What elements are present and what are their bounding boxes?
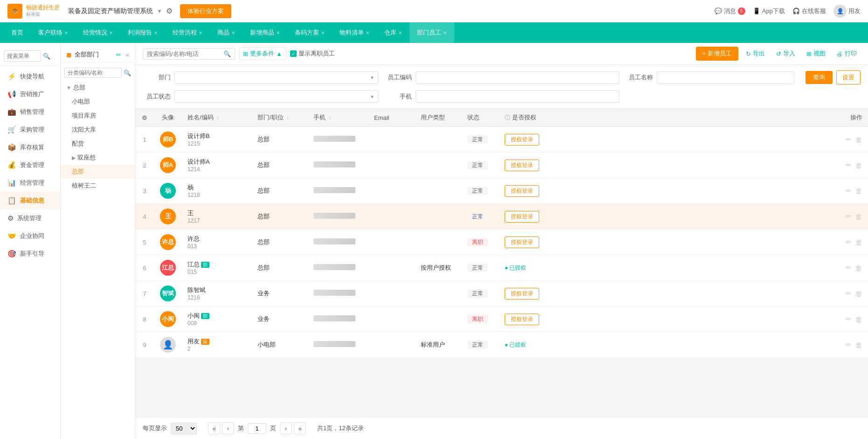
- tree-node-peihuo[interactable]: 配货: [61, 137, 135, 151]
- settings-icon[interactable]: ⚙: [142, 114, 147, 121]
- close-icon[interactable]: ✕: [366, 30, 369, 35]
- dept-search-input[interactable]: [64, 68, 122, 78]
- delete-icon[interactable]: 🗑: [855, 238, 862, 246]
- dept-select[interactable]: [174, 71, 378, 84]
- dept-edit-icon[interactable]: ✏: [116, 51, 121, 58]
- prev-page-button[interactable]: ‹: [222, 422, 234, 434]
- edit-icon[interactable]: ✏: [846, 135, 852, 144]
- tab-history[interactable]: 经营历程✕: [165, 22, 210, 43]
- sidebar-item-inventory[interactable]: 📦库存核算: [0, 139, 60, 156]
- delete-icon[interactable]: 🗑: [855, 187, 862, 195]
- close-icon[interactable]: ✕: [398, 30, 402, 35]
- delete-icon[interactable]: 🗑: [855, 213, 862, 221]
- delete-icon[interactable]: 🗑: [855, 341, 862, 349]
- trial-button[interactable]: 体验行业方案: [180, 4, 231, 18]
- dept-collapse-icon[interactable]: «: [126, 51, 129, 58]
- edit-icon[interactable]: ✏: [846, 264, 852, 272]
- tree-node-zhishuwang[interactable]: 植树王二: [61, 179, 135, 193]
- delete-icon[interactable]: 🗑: [855, 315, 862, 323]
- gear-icon[interactable]: ⚙: [166, 7, 173, 15]
- first-page-button[interactable]: «: [208, 422, 220, 434]
- edit-icon[interactable]: ✏: [846, 212, 852, 221]
- tree-node-shenyangdaku[interactable]: 沈阳大库: [61, 123, 135, 137]
- close-icon[interactable]: ✕: [321, 30, 325, 35]
- tree-node-shuangzuoxiang[interactable]: ▶ 双座想: [61, 151, 135, 165]
- tab-add-goods[interactable]: 新增商品✕: [243, 22, 287, 43]
- online-service-button[interactable]: 🎧 在线客服: [792, 7, 826, 15]
- sidebar-item-system[interactable]: ⚙系统管理: [0, 209, 60, 227]
- delete-icon[interactable]: 🗑: [855, 136, 862, 144]
- close-icon[interactable]: ✕: [154, 30, 158, 35]
- next-page-button[interactable]: ›: [280, 422, 292, 434]
- app-download-button[interactable]: 📱 App下载: [753, 7, 785, 15]
- sidebar-item-business[interactable]: 📊经营管理: [0, 174, 60, 192]
- page-number-input[interactable]: [248, 423, 266, 434]
- edit-icon[interactable]: ✏: [846, 289, 852, 298]
- user-menu[interactable]: 👤 用友: [833, 5, 861, 18]
- export-button[interactable]: ↻ 导出: [742, 48, 769, 60]
- close-icon[interactable]: ✕: [231, 30, 235, 35]
- close-icon[interactable]: ✕: [199, 30, 202, 35]
- tab-goods[interactable]: 商品✕: [210, 22, 243, 43]
- sidebar-item-sales[interactable]: 💼销售管理: [0, 103, 60, 121]
- tree-node-zongbu-parent[interactable]: ▼ 总部: [61, 81, 135, 95]
- tab-home[interactable]: 首页: [4, 22, 31, 43]
- close-icon[interactable]: ✕: [443, 30, 447, 35]
- tree-node-xiangmukufang[interactable]: 项目库房: [61, 109, 135, 123]
- tab-customer[interactable]: 客户联络✕: [31, 22, 76, 43]
- print-button[interactable]: 🖨 打印: [833, 48, 861, 60]
- col-phone-header[interactable]: 手机 ↕: [308, 109, 368, 127]
- auth-button[interactable]: 授权登录: [505, 314, 539, 325]
- sidebar-item-quicknav[interactable]: ⚡快捷导航: [0, 68, 60, 85]
- close-icon[interactable]: ✕: [64, 30, 68, 35]
- tab-dept-employee[interactable]: 部门员工✕: [410, 22, 454, 43]
- settings-button[interactable]: 设置: [836, 70, 861, 84]
- show-resign-toggle[interactable]: ✓ 显示离职员工: [290, 49, 335, 58]
- filter-more-button[interactable]: ⊞ 更多条件 ▲: [239, 47, 286, 60]
- emp-name-input[interactable]: [657, 71, 794, 84]
- last-page-button[interactable]: »: [294, 422, 306, 434]
- auth-button[interactable]: 授权登录: [505, 288, 539, 300]
- sidebar-item-basic[interactable]: 📋基础信息: [0, 192, 60, 209]
- delete-icon[interactable]: 🗑: [855, 264, 862, 272]
- tree-node-xiaodiaobu[interactable]: 小电部: [61, 95, 135, 109]
- delete-icon[interactable]: 🗑: [855, 290, 862, 298]
- tab-operation[interactable]: 经营情况✕: [76, 22, 120, 43]
- emp-status-select[interactable]: [174, 90, 378, 103]
- tab-barcode[interactable]: 条码方案✕: [287, 22, 332, 43]
- sidebar-item-marketing[interactable]: 📢营销推广: [0, 85, 60, 103]
- delete-icon[interactable]: 🗑: [855, 161, 862, 169]
- sidebar-item-finance[interactable]: 💰资金管理: [0, 156, 60, 174]
- edit-icon[interactable]: ✏: [846, 187, 852, 195]
- auth-button[interactable]: 授权登录: [505, 160, 539, 171]
- col-dept-header[interactable]: 部门/职位 ↕: [252, 109, 308, 127]
- import-button[interactable]: ↺ 导入: [772, 48, 799, 60]
- col-name-header[interactable]: 姓名/编码 ↕: [182, 109, 252, 127]
- edit-icon[interactable]: ✏: [846, 341, 852, 349]
- sidebar-search-input[interactable]: [4, 50, 41, 62]
- phone-input[interactable]: [416, 90, 619, 103]
- edit-icon[interactable]: ✏: [846, 238, 852, 246]
- message-button[interactable]: 💬 消息 5: [715, 7, 745, 15]
- view-button[interactable]: ⊞ 视图: [803, 48, 829, 60]
- close-icon[interactable]: ✕: [276, 30, 280, 35]
- auth-button[interactable]: 授权登录: [505, 185, 539, 197]
- filter-search-input[interactable]: [147, 50, 222, 57]
- auth-button[interactable]: 授权登录: [505, 134, 539, 146]
- edit-icon[interactable]: ✏: [846, 315, 852, 323]
- auth-button[interactable]: 授权登录: [505, 211, 539, 223]
- emp-code-input[interactable]: [416, 71, 619, 84]
- query-button[interactable]: 查询: [806, 71, 833, 84]
- auth-button[interactable]: 授权登录: [505, 237, 539, 248]
- page-size-select[interactable]: 50 100 200: [171, 423, 197, 434]
- tab-warehouse[interactable]: 仓库✕: [377, 22, 410, 43]
- tab-profit[interactable]: 利润报告✕: [120, 22, 165, 43]
- add-employee-button[interactable]: + 新增员工: [696, 47, 738, 61]
- tab-bom[interactable]: 物料清单✕: [332, 22, 377, 43]
- tree-node-zongbu[interactable]: 总部: [61, 165, 135, 179]
- sidebar-item-collab[interactable]: 🤝企业协同: [0, 227, 60, 245]
- edit-icon[interactable]: ✏: [846, 161, 852, 169]
- close-icon[interactable]: ✕: [109, 30, 113, 35]
- sidebar-item-purchase[interactable]: 🛒采购管理: [0, 121, 60, 139]
- sidebar-item-guide[interactable]: 🎯新手引导: [0, 245, 60, 263]
